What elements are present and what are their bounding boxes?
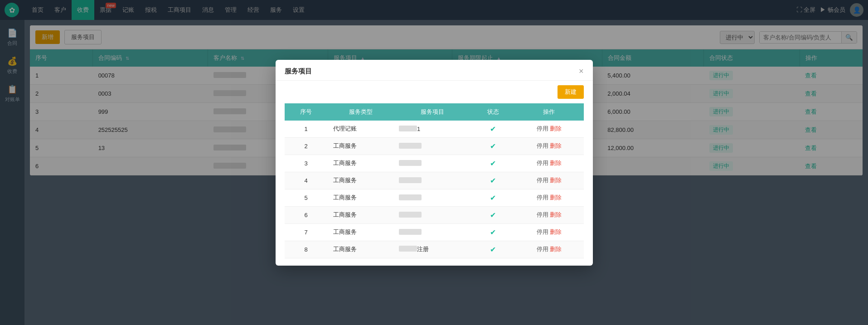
- modal-table-row: 4 工商服务 ✔ 停用 删除: [285, 172, 584, 189]
- modal-cell-item: [393, 206, 471, 223]
- service-items-table: 序号 服务类型 服务项目 状态 操作 1 代理记账 1 ✔ 停用 删除 2 工商…: [285, 103, 584, 258]
- status-check-icon: ✔: [490, 177, 496, 184]
- modal-cell-status: ✔: [471, 189, 514, 206]
- modal-table-row: 8 工商服务 注册 ✔ 停用 删除: [285, 241, 584, 258]
- modal-cell-ops: 停用 删除: [514, 137, 583, 155]
- modal-body: 序号 服务类型 服务项目 状态 操作 1 代理记账 1 ✔ 停用 删除 2 工商…: [276, 103, 593, 266]
- modal-table-row: 3 工商服务 ✔ 停用 删除: [285, 155, 584, 172]
- stop-button[interactable]: 停用: [537, 228, 548, 236]
- modal-cell-type: 工商服务: [328, 223, 393, 241]
- status-check-icon: ✔: [490, 228, 496, 236]
- modal-cell-item: 1: [393, 121, 471, 138]
- modal-title: 服务项目: [285, 67, 312, 76]
- delete-button[interactable]: 删除: [550, 176, 562, 184]
- status-check-icon: ✔: [490, 194, 496, 202]
- status-check-icon: ✔: [490, 142, 496, 150]
- status-check-icon: ✔: [490, 246, 496, 253]
- modal-cell-type: 工商服务: [328, 137, 393, 155]
- modal-new-button[interactable]: 新建: [558, 85, 584, 99]
- modal-cell-ops: 停用 删除: [514, 241, 583, 258]
- modal-cell-status: ✔: [471, 121, 514, 138]
- modal-cell-item: [393, 137, 471, 155]
- modal-overlay[interactable]: 服务项目 × 新建 序号 服务类型 服务项目 状态 操作 1 代理记账: [0, 0, 868, 325]
- delete-button[interactable]: 删除: [550, 211, 562, 219]
- modal-cell-ops: 停用 删除: [514, 206, 583, 223]
- modal-cell-status: ✔: [471, 206, 514, 223]
- modal-cell-seq: 1: [285, 121, 328, 138]
- modal-cell-item: 注册: [393, 241, 471, 258]
- modal-col-type: 服务类型: [328, 103, 393, 121]
- modal-cell-status: ✔: [471, 172, 514, 189]
- modal-cell-item: [393, 172, 471, 189]
- modal-cell-item: [393, 155, 471, 172]
- modal-cell-status: ✔: [471, 155, 514, 172]
- modal-cell-seq: 8: [285, 241, 328, 258]
- modal-table-row: 7 工商服务 ✔ 停用 删除: [285, 223, 584, 241]
- delete-button[interactable]: 删除: [550, 142, 562, 150]
- modal-table-row: 2 工商服务 ✔ 停用 删除: [285, 137, 584, 155]
- modal-cell-type: 工商服务: [328, 241, 393, 258]
- modal-cell-seq: 6: [285, 206, 328, 223]
- delete-button[interactable]: 删除: [550, 159, 562, 167]
- modal-cell-type: 工商服务: [328, 172, 393, 189]
- modal-cell-ops: 停用 删除: [514, 172, 583, 189]
- modal-close-button[interactable]: ×: [579, 67, 584, 75]
- modal-toolbar: 新建: [276, 81, 593, 103]
- modal-cell-ops: 停用 删除: [514, 189, 583, 206]
- stop-button[interactable]: 停用: [537, 125, 548, 133]
- stop-button[interactable]: 停用: [537, 159, 548, 167]
- modal-col-item: 服务项目: [393, 103, 471, 121]
- modal-col-seq: 序号: [285, 103, 328, 121]
- modal-table-row: 1 代理记账 1 ✔ 停用 删除: [285, 121, 584, 138]
- status-check-icon: ✔: [490, 125, 496, 133]
- modal-cell-item: [393, 223, 471, 241]
- modal-cell-seq: 2: [285, 137, 328, 155]
- modal-cell-ops: 停用 删除: [514, 223, 583, 241]
- modal-cell-ops: 停用 删除: [514, 155, 583, 172]
- modal-header: 服务项目 ×: [276, 60, 593, 81]
- modal-cell-status: ✔: [471, 223, 514, 241]
- modal-cell-status: ✔: [471, 241, 514, 258]
- modal-cell-type: 代理记账: [328, 121, 393, 138]
- modal-table-row: 5 工商服务 ✔ 停用 删除: [285, 189, 584, 206]
- modal-cell-seq: 4: [285, 172, 328, 189]
- stop-button[interactable]: 停用: [537, 245, 548, 253]
- stop-button[interactable]: 停用: [537, 211, 548, 219]
- delete-button[interactable]: 删除: [550, 228, 562, 236]
- stop-button[interactable]: 停用: [537, 194, 548, 202]
- modal-col-ops: 操作: [514, 103, 583, 121]
- modal-cell-status: ✔: [471, 137, 514, 155]
- delete-button[interactable]: 删除: [550, 194, 562, 202]
- modal-cell-seq: 5: [285, 189, 328, 206]
- modal-table-row: 6 工商服务 ✔ 停用 删除: [285, 206, 584, 223]
- status-check-icon: ✔: [490, 211, 496, 219]
- modal-cell-seq: 3: [285, 155, 328, 172]
- modal-cell-type: 工商服务: [328, 155, 393, 172]
- modal-cell-ops: 停用 删除: [514, 121, 583, 138]
- stop-button[interactable]: 停用: [537, 142, 548, 150]
- stop-button[interactable]: 停用: [537, 176, 548, 184]
- service-items-modal: 服务项目 × 新建 序号 服务类型 服务项目 状态 操作 1 代理记账: [276, 60, 593, 266]
- modal-cell-item: [393, 189, 471, 206]
- modal-col-status: 状态: [471, 103, 514, 121]
- delete-button[interactable]: 删除: [550, 125, 562, 133]
- modal-cell-seq: 7: [285, 223, 328, 241]
- status-check-icon: ✔: [490, 160, 496, 167]
- delete-button[interactable]: 删除: [550, 245, 562, 253]
- modal-cell-type: 工商服务: [328, 206, 393, 223]
- modal-cell-type: 工商服务: [328, 189, 393, 206]
